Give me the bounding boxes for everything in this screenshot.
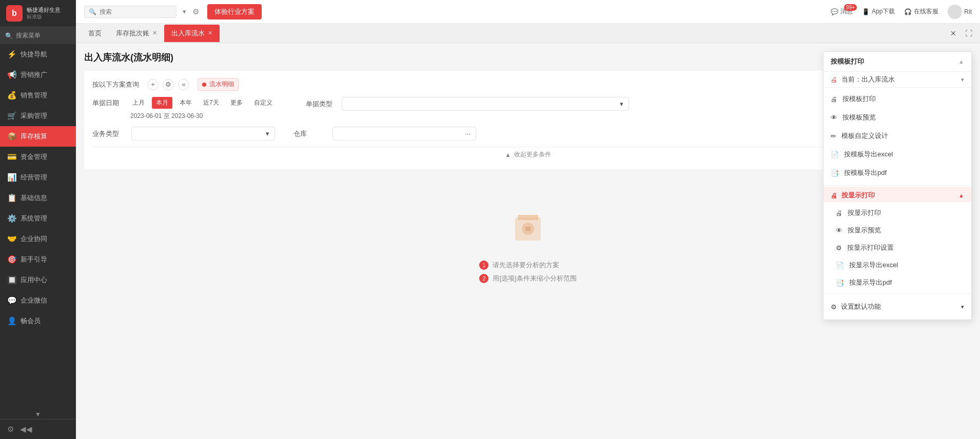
sidebar-item-system[interactable]: ⚙️ 系统管理 [0,208,76,229]
sidebar-item-label: 资金管理 [21,152,47,162]
tab-flow-label: 出入库流水 [171,29,205,38]
member-icon: 👤 [7,316,16,326]
warehouse-label: 仓库 [293,129,324,138]
tab-home[interactable]: 首页 [81,25,109,42]
set-default-function[interactable]: ⚙ 设置默认功能 ▾ [831,298,964,315]
inventory-icon: 📦 [7,132,16,141]
sidebar-search-label: 搜索菜单 [16,31,41,40]
date-this-month[interactable]: 本月 [152,97,172,109]
template-preview-item[interactable]: 👁 按模板预览 [824,108,971,127]
appcenter-icon: 🔲 [7,275,16,285]
display-excel-label: 按显示导出excel [849,261,898,270]
tab-close-all[interactable]: ✕ [947,27,959,39]
template-design-item[interactable]: ✏ 模板自定义设计 [824,127,971,145]
avatar-img [948,5,962,19]
date-more[interactable]: 更多 [226,97,247,109]
display-excel-item[interactable]: 📄 按显示导出excel [824,256,971,274]
current-template-expand-icon[interactable]: ▾ [961,76,964,83]
sidebar-item-finance[interactable]: 💳 资金管理 [0,147,76,167]
warehouse-select[interactable]: ··· [332,127,476,141]
template-excel-item[interactable]: 📄 按模板导出excel [824,145,971,164]
doc-type-label: 单据类型 [306,99,337,109]
tab-batch-close[interactable]: ✕ [152,30,157,36]
date-last-month[interactable]: 上月 [128,97,149,109]
sidebar-item-appcenter[interactable]: 🔲 应用中心 [0,270,76,290]
template-print-item[interactable]: 🖨 按模板打印 [824,90,971,108]
sidebar-item-quicknav[interactable]: ⚡ 快捷导航 [0,44,76,65]
display-print-label: 按显示打印 [848,208,881,217]
sidebar-item-inventory[interactable]: 📦 库存核算 [0,126,76,147]
sidebar-scroll-down[interactable]: ▼ [35,411,41,418]
dropdown-scroll-up[interactable]: ▲ [958,58,964,65]
sidebar-item-basic[interactable]: 📋 基础信息 [0,188,76,208]
sidebar-item-label: 基础信息 [21,193,47,203]
topbar-search-input[interactable] [100,8,166,15]
display-pdf-item[interactable]: 📑 按显示导出pdf [824,274,971,291]
collapse-label: 收起更多条件 [514,150,551,159]
current-template-label: 当前：出入库流水 [841,75,895,84]
page-content-inner: 出入库流水(流水明细) 🖨 按模板打印 ▲ ⬆ 导出 ↻ 刷新 [84,51,972,316]
tab-batch-account[interactable]: 库存批次账 ✕ [109,25,164,42]
display-section-header[interactable]: 🖨 按显示打印 ▲ [824,187,971,202]
date-last-7days[interactable]: 近7天 [199,97,223,109]
sidebar-item-marketing[interactable]: 📢 营销推广 [0,65,76,85]
collapse-sidebar-icon[interactable]: ◀◀ [20,425,32,434]
customer-service-action[interactable]: 🎧 在线客服 [904,7,938,16]
tab-maximize[interactable]: ⛶ [963,27,975,39]
marketing-icon: 📢 [7,70,16,79]
template-pdf-item[interactable]: 📑 按模板导出pdf [824,164,971,182]
date-label: 单据日期 [92,98,123,108]
doc-type-select[interactable]: ▾ [342,97,629,111]
default-function-icon: ⚙ [831,303,837,311]
newbie-icon: 🎯 [7,255,16,264]
settings-icon[interactable]: ⚙ [7,425,14,434]
dropdown-title: 按模板打印 [831,57,864,66]
message-action[interactable]: 💬 消息 99+ [831,7,853,16]
sidebar-item-wechat[interactable]: 💬 企业微信 [0,290,76,311]
tab-stock-flow[interactable]: 出入库流水 ✕ [164,25,220,42]
sidebar-item-collab[interactable]: 🤝 企业协同 [0,229,76,249]
sidebar-item-purchase[interactable]: 🛒 采购管理 [0,106,76,126]
date-this-year[interactable]: 本年 [175,97,196,109]
topbar-actions: 💬 消息 99+ 📱 App下载 🎧 在线客服 Rit [831,5,972,19]
add-filter-btn[interactable]: + [147,79,159,90]
sidebar-search[interactable]: 🔍 搜索菜单 [0,27,76,44]
topbar-search-box[interactable]: 🔍 [84,6,177,18]
topbar-dropdown-icon[interactable]: ▾ [183,8,186,15]
step-num-1: 1 [479,261,488,270]
app-download-action[interactable]: 📱 App下载 [862,7,895,16]
wechat-icon: 💬 [7,296,16,305]
sidebar-item-operations[interactable]: 📊 经营管理 [0,167,76,188]
user-avatar[interactable]: Rit [948,5,972,19]
page-content: 出入库流水(流水明细) 🖨 按模板打印 ▲ ⬆ 导出 ↻ 刷新 [76,43,980,439]
display-print-item[interactable]: 🖨 按显示打印 [824,204,971,222]
template-pdf-icon: 📑 [831,169,839,177]
sidebar-item-sales[interactable]: 💰 销售管理 [0,85,76,106]
industry-solution-button[interactable]: 体验行业方案 [207,4,262,19]
step-num-2: 2 [479,274,488,283]
empty-step-1: 1 请先选择要分析的方案 [479,258,576,272]
finance-icon: 💳 [7,152,16,162]
date-custom[interactable]: 自定义 [250,97,277,109]
sidebar-item-member[interactable]: 👤 畅会员 [0,311,76,331]
display-settings-icon: ⚙ [836,244,842,252]
settings-filter-btn[interactable]: ⚙ [163,79,174,90]
phone-icon: 📱 [862,8,870,15]
settings-gear-icon[interactable]: ⚙ [192,7,199,16]
display-settings-item[interactable]: ⚙ 按显示打印设置 [824,239,971,256]
tab-batch-label: 库存批次账 [116,29,149,38]
empty-steps-container: 1 请先选择要分析的方案 2 用[选项]条件来缩小分析范围 [479,258,576,285]
tab-flow-close[interactable]: ✕ [208,30,212,36]
display-preview-item[interactable]: 👁 按显示预览 [824,222,971,239]
app-download-label: App下载 [872,7,895,16]
display-pdf-label: 按显示导出pdf [849,278,892,287]
collapse-filter-btn[interactable]: « [178,79,189,90]
biz-type-select[interactable]: ▾ [131,127,275,141]
svg-rect-1 [518,215,538,220]
empty-illustration [507,207,548,248]
sidebar-item-label: 应用中心 [21,275,47,285]
sidebar-item-newbie[interactable]: 🎯 新手引导 [0,249,76,270]
active-filter-tag[interactable]: 流水明细 [198,78,239,91]
display-section-collapse-icon[interactable]: ▲ [958,192,964,198]
display-pdf-icon: 📑 [836,279,844,287]
